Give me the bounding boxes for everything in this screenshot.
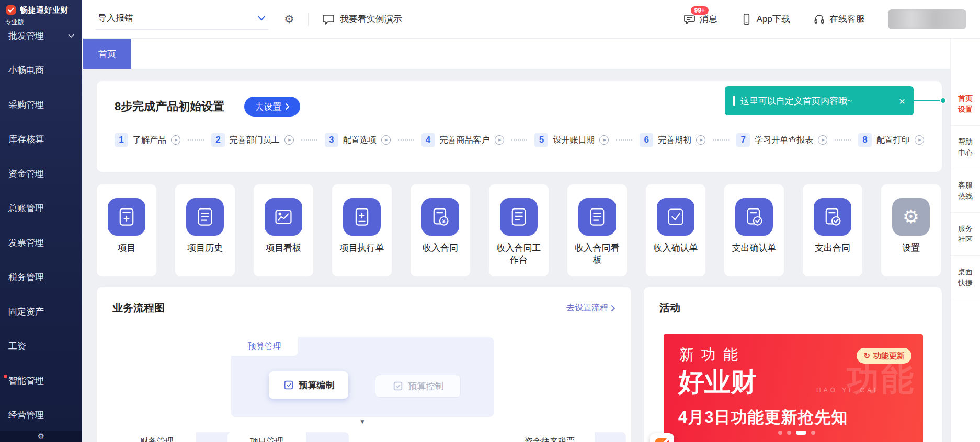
sidebar-item-label: 经营管理 [8, 409, 44, 421]
sidebar-item-ledger[interactable]: 总账管理 [0, 191, 82, 225]
rail-item-label: 帮助中心 [958, 136, 973, 158]
play-icon[interactable]: ▶ [171, 135, 180, 145]
flow-tab-label: 资金往来税票 [505, 432, 595, 442]
carousel-dot[interactable] [778, 431, 782, 435]
activity-card: 活动 新功能 ↻ 功能更新 好业财 功能 HAO YE CAI 4月3日功能更新… [644, 287, 942, 442]
rail-item-label: 首页设置 [958, 93, 973, 115]
flow-section-finance[interactable]: 财务管理 [118, 432, 239, 442]
sidebar-item-label: 固定资产 [8, 306, 44, 318]
close-icon[interactable]: × [899, 96, 905, 107]
import-error-label: 导入报错 [98, 12, 133, 24]
check-sheet-icon [657, 198, 694, 236]
toast-connector-line [913, 100, 942, 101]
flow-section-project[interactable]: 项目管理 [227, 432, 349, 442]
settings-gear-icon[interactable]: ⚙ [38, 432, 44, 441]
budget-compile-label: 预算编制 [299, 379, 335, 391]
tab-home[interactable]: 首页 [83, 39, 131, 69]
setup-step: 4完善商品客户▶ [421, 133, 504, 147]
budget-control-button[interactable]: 预算控制 [375, 375, 461, 398]
headset-icon [813, 13, 825, 25]
step-label: 配置打印 [876, 135, 910, 146]
play-icon[interactable]: ▶ [599, 135, 609, 145]
budget-panel-tab[interactable]: 预算管理 [231, 337, 298, 356]
tile-project-history[interactable]: 项目历史 [175, 184, 235, 276]
tile-expense-confirm[interactable]: 支出确认单 [724, 184, 784, 276]
sidebar-item-payroll[interactable]: 工资 [0, 329, 82, 363]
floating-widget[interactable] [650, 433, 674, 442]
setup-step: 3配置选项▶ [325, 133, 391, 147]
document-icon [186, 198, 224, 236]
carousel-dot[interactable] [811, 431, 815, 435]
step-number: 1 [115, 133, 128, 147]
flow-section-funds-invoice[interactable]: 资金往来税票 [505, 432, 626, 442]
sidebar-item-tax[interactable]: 税务管理 [0, 260, 82, 294]
settings-gear-icon[interactable]: ⚙ [284, 14, 294, 25]
carousel-dot[interactable] [787, 431, 791, 435]
doc-check-icon [814, 198, 851, 236]
play-icon[interactable]: ▶ [818, 135, 827, 145]
tile-income-workbench[interactable]: 收入合同工作台 [489, 184, 549, 276]
sidebar-menu: 批发管理 小畅电商 采购管理 库存核算 资金管理 总账管理 发票管理 税务管理 … [0, 18, 82, 432]
sidebar-item-smart[interactable]: 智能管理 [0, 363, 82, 398]
tile-project-board[interactable]: 项目看板 [254, 184, 313, 276]
online-service-button[interactable]: 在线客服 [813, 13, 865, 25]
play-icon[interactable]: ▶ [915, 135, 924, 145]
play-icon[interactable]: ▶ [381, 135, 391, 145]
tile-label: 支出确认单 [730, 242, 779, 254]
sidebar-item-label: 小畅电商 [8, 64, 44, 76]
setup-step: 1了解产品▶ [115, 133, 180, 147]
flow-settings-link[interactable]: 去设置流程 [566, 303, 616, 313]
notification-dot [4, 375, 7, 378]
tile-expense-contract[interactable]: 支出合同 [803, 184, 862, 276]
setup-step: 6完善期初▶ [640, 133, 705, 147]
step-number: 5 [534, 133, 548, 147]
doc-check-icon [735, 198, 773, 236]
tile-income-board[interactable]: 收入合同看板 [567, 184, 627, 276]
carousel-dot-active[interactable] [796, 431, 806, 435]
step-connector [835, 139, 851, 141]
play-icon[interactable]: ▶ [495, 135, 504, 145]
app-download-button[interactable]: App下载 [740, 13, 790, 25]
sidebar-item-funds[interactable]: 资金管理 [0, 156, 82, 191]
tile-income-confirm[interactable]: 收入确认单 [646, 184, 705, 276]
import-error-dropdown[interactable]: 导入报错 [96, 9, 268, 30]
tile-settings[interactable]: ⚙ 设置 [881, 184, 941, 276]
sidebar-item-ecommerce[interactable]: 小畅电商 [0, 53, 82, 87]
rail-item-label: 服务社区 [958, 223, 973, 245]
sidebar-item-invoice[interactable]: 发票管理 [0, 225, 82, 260]
flow-card-title: 业务流程图 [112, 301, 165, 315]
play-icon[interactable]: ▶ [284, 135, 294, 145]
activity-title: 活动 [659, 301, 680, 315]
phone-icon [740, 13, 753, 25]
sidebar-item-purchasing[interactable]: 采购管理 [0, 87, 82, 122]
rail-item-desktop-shortcut[interactable]: 桌面快捷 [951, 256, 980, 299]
app-download-label: App下载 [757, 13, 790, 25]
play-icon[interactable]: ▶ [696, 135, 705, 145]
budget-panel: 预算管理 预算编制 预算控制 [231, 337, 494, 417]
go-setup-button[interactable]: 去设置 [244, 97, 300, 117]
messages-button[interactable]: 消息 99+ [683, 13, 717, 25]
budget-compile-button[interactable]: 预算编制 [269, 371, 348, 399]
rail-item-home-settings[interactable]: 首页设置 [951, 83, 980, 126]
demo-label: 我要看实例演示 [340, 13, 402, 25]
sidebar-item-inventory[interactable]: 库存核算 [0, 122, 82, 156]
rail-item-label: 桌面快捷 [958, 266, 973, 288]
tile-project[interactable]: 项目 [97, 184, 156, 276]
step-connector [188, 139, 204, 141]
promo-banner[interactable]: 新功能 ↻ 功能更新 好业财 功能 HAO YE CAI 4月3日功能更新抢先知 [664, 334, 923, 442]
rail-item-help-center[interactable]: 帮助中心 [951, 126, 980, 169]
tile-label: 收入确认单 [651, 242, 700, 254]
rail-item-service-hotline[interactable]: 客服热线 [951, 169, 980, 213]
step-number: 6 [640, 133, 653, 147]
go-setup-label: 去设置 [255, 101, 281, 113]
banner-watermark-latin: HAO YE CAI [816, 387, 878, 394]
rail-item-service-community[interactable]: 服务社区 [951, 213, 980, 256]
demo-link[interactable]: 我要看实例演示 [322, 13, 402, 26]
online-service-label: 在线客服 [829, 13, 865, 25]
step-connector [511, 139, 528, 141]
tile-project-order[interactable]: 项目执行单 [332, 184, 392, 276]
sidebar-item-label: 智能管理 [8, 375, 44, 387]
sidebar-item-operations[interactable]: 经营管理 [0, 398, 82, 432]
sidebar-item-assets[interactable]: 固定资产 [0, 294, 82, 329]
tile-income-contract[interactable]: ¥ 收入合同 [411, 184, 470, 276]
